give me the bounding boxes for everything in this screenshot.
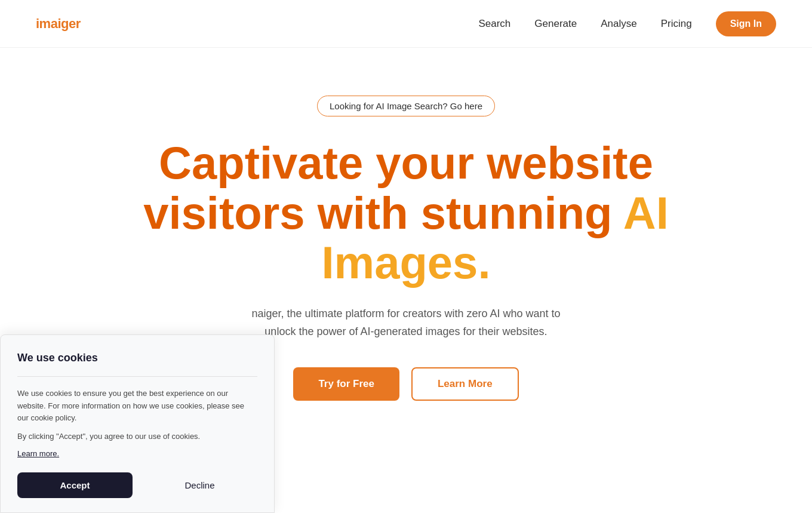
try-for-free-button[interactable]: Try for Free [293,367,399,401]
hero-title-line3: Images. [321,237,490,288]
hero-title: Captivate your website visitors with stu… [143,138,669,288]
nav-search[interactable]: Search [478,18,510,30]
hero-title-line2-part1: visitors with stunning [143,188,612,238]
nav-pricing[interactable]: Pricing [661,18,692,30]
hero-badge[interactable]: Looking for AI Image Search? Go here [317,96,495,116]
hero-subtitle: naiger, the ultimate platform for creato… [239,305,573,341]
hero-title-line2-part2: AI [613,188,669,238]
nav-analyse[interactable]: Analyse [601,18,636,30]
cookie-title: We use cookies [17,352,257,364]
cookie-learn-more-link[interactable]: Learn more. [17,449,257,454]
hero-buttons: Try for Free Learn More [293,367,518,401]
header: imaiger Search Generate Analyse Pricing … [0,0,812,48]
logo[interactable]: imaiger [36,16,81,32]
nav-generate[interactable]: Generate [534,18,577,30]
hero-title-line1: Captivate your website [159,137,653,188]
cookie-accept-note: By clicking "Accept", you agree to our u… [17,431,257,443]
cookie-banner: We use cookies We use cookies to ensure … [0,334,275,454]
cookie-divider [17,376,257,377]
cookie-description: We use cookies to ensure you get the bes… [17,388,257,425]
nav: Search Generate Analyse Pricing Sign In [478,11,776,36]
learn-more-button[interactable]: Learn More [411,367,519,401]
sign-in-button[interactable]: Sign In [716,11,776,36]
